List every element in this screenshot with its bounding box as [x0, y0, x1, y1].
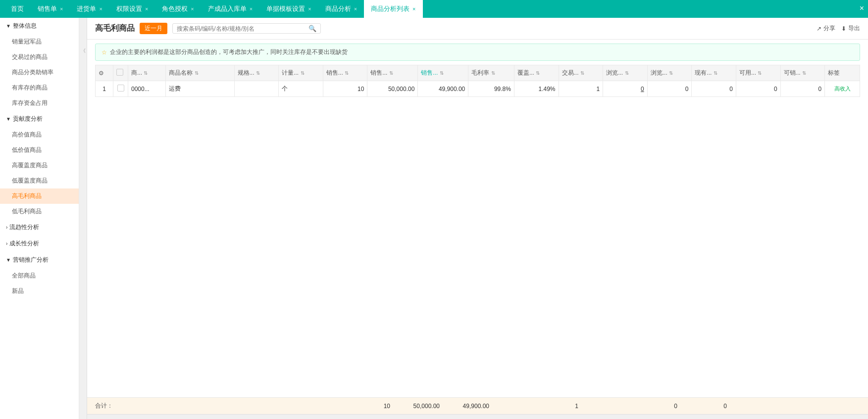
sidebar-group-overall[interactable]: ▼ 整体信息 [0, 18, 79, 34]
header-actions: ↗ 分享 ⬇ 导出 [817, 24, 860, 33]
sort-current-stock-icon[interactable]: ⇅ [714, 70, 717, 76]
table-row: 1 0000... 运费 [96, 81, 860, 97]
arrow-contribution: ▼ [6, 116, 11, 122]
sort-code-icon[interactable]: ⇅ [144, 70, 148, 76]
td-unit: 个 [279, 81, 323, 97]
export-icon: ⬇ [841, 25, 846, 32]
table-wrap: ⚙ 商... ⇅ 商品名称 ⇅ [87, 65, 868, 397]
sidebar-item-high-value[interactable]: 高价值商品 [0, 127, 79, 142]
nav-item-roles[interactable]: 角色授权 × [155, 0, 201, 18]
export-button[interactable]: ⬇ 导出 [841, 24, 860, 33]
nav-item-template[interactable]: 单据模板设置 × [259, 0, 318, 18]
sort-sale-qty-icon[interactable]: ⇅ [345, 70, 349, 76]
td-coverage: 1.49% [514, 81, 559, 97]
sidebar-group-marketing[interactable]: ▼ 营销推广分析 [0, 252, 79, 268]
close-analysis-list-tab[interactable]: × [412, 6, 415, 12]
nav-item-home[interactable]: 首页 [4, 0, 31, 18]
search-input[interactable] [177, 25, 308, 32]
td-browse2: 0 [647, 81, 692, 97]
sidebar-item-all-goods[interactable]: 全部商品 [0, 268, 79, 283]
nav-item-analysis[interactable]: 商品分析 × [318, 0, 364, 18]
th-sale-profit: 销售... ⇅ [418, 65, 468, 81]
arrow-marketing: ▼ [6, 257, 11, 263]
th-sellable: 可销... ⇅ [780, 65, 825, 81]
row-checkbox[interactable] [117, 85, 124, 92]
sidebar-group-contribution[interactable]: ▼ 贡献度分析 [0, 111, 79, 127]
sort-sale-profit-icon[interactable]: ⇅ [440, 70, 444, 76]
close-template-tab[interactable]: × [308, 6, 311, 12]
nav-item-permissions[interactable]: 权限设置 × [109, 0, 155, 18]
share-icon: ↗ [817, 25, 821, 32]
sidebar: ▼ 整体信息 销量冠军品 交易过的商品 商品分类助销率 有库存的商品 库存资金占… [0, 18, 79, 419]
sort-spec-icon[interactable]: ⇅ [256, 70, 260, 76]
th-unit: 计量... ⇅ [279, 65, 323, 81]
sort-sale-amount-icon[interactable]: ⇅ [389, 70, 393, 76]
close-sales-tab[interactable]: × [60, 6, 63, 12]
close-roles-tab[interactable]: × [191, 6, 194, 12]
sort-trade-icon[interactable]: ⇅ [580, 70, 584, 76]
sidebar-item-in-stock[interactable]: 有库存的商品 [0, 80, 79, 95]
sort-browse2-icon[interactable]: ⇅ [669, 70, 673, 76]
sidebar-group-growth[interactable]: › 成长性分析 [0, 235, 79, 252]
search-icon[interactable]: 🔍 [308, 25, 316, 32]
content-area: 高毛利商品 近一月 🔍 ↗ 分享 ⬇ 导出 ☆ 企业的主要的利润都是这部分商品创… [87, 18, 868, 419]
sidebar-group-trend[interactable]: › 流趋性分析 [0, 219, 79, 235]
hint-text: 企业的主要的利润都是这部分商品创造的，可考虑加大推广，同时关注库存是不要出现缺货 [110, 48, 348, 56]
footer-sale-qty: 10 [351, 403, 390, 410]
td-tag: 高收入 [825, 81, 860, 97]
th-name: 商品名称 ⇅ [166, 65, 234, 81]
sort-available-icon[interactable]: ⇅ [758, 70, 762, 76]
select-all-checkbox[interactable] [116, 69, 123, 76]
footer-sale-amount: 50,000.00 [400, 403, 440, 410]
arrow-overall: ▼ [6, 23, 11, 29]
nav-item-purchase[interactable]: 进货单 × [70, 0, 109, 18]
th-browse1: 浏览... ⇅ [603, 65, 648, 81]
settings-icon[interactable]: ⚙ [99, 70, 104, 77]
sidebar-item-sales-champion[interactable]: 销量冠军品 [0, 34, 79, 49]
td-gross-margin: 99.8% [468, 81, 514, 97]
th-spec: 规格... ⇅ [234, 65, 279, 81]
close-permissions-tab[interactable]: × [145, 6, 148, 12]
close-purchase-tab[interactable]: × [99, 6, 102, 12]
close-analysis-tab[interactable]: × [354, 6, 357, 12]
nav-item-production[interactable]: 产成品入库单 × [201, 0, 259, 18]
main-layout: ▼ 整体信息 销量冠军品 交易过的商品 商品分类助销率 有库存的商品 库存资金占… [0, 18, 868, 419]
table-footer: 合计： 10 50,000.00 49,900.00 1 0 0 [87, 397, 868, 414]
footer-available: 0 [687, 403, 727, 410]
sort-browse1-icon[interactable]: ⇅ [625, 70, 629, 76]
sidebar-item-high-margin[interactable]: 高毛利商品 [0, 188, 79, 204]
td-checkbox [113, 81, 128, 97]
th-sale-qty: 销售... ⇅ [323, 65, 367, 81]
share-button[interactable]: ↗ 分享 [817, 24, 835, 33]
sidebar-item-stock-capital[interactable]: 库存资金占用 [0, 95, 79, 111]
sidebar-item-traded-goods[interactable]: 交易过的商品 [0, 49, 79, 65]
close-production-tab[interactable]: × [250, 6, 253, 12]
nav-item-sales[interactable]: 销售单 × [31, 0, 70, 18]
filter-month-button[interactable]: 近一月 [140, 23, 167, 34]
sort-unit-icon[interactable]: ⇅ [301, 70, 305, 76]
hint-icon: ☆ [102, 49, 107, 56]
sidebar-item-new-goods[interactable]: 新品 [0, 283, 79, 299]
td-sale-profit: 49,900.00 [418, 81, 468, 97]
sidebar-item-low-margin[interactable]: 低毛利商品 [0, 204, 79, 219]
sidebar-item-high-coverage[interactable]: 高覆盖度商品 [0, 158, 79, 173]
data-table: ⚙ 商... ⇅ 商品名称 ⇅ [95, 65, 860, 97]
sidebar-collapse-button[interactable]: 《 [79, 18, 87, 419]
sort-name-icon[interactable]: ⇅ [195, 70, 199, 76]
footer-sale-profit: 49,900.00 [450, 403, 489, 410]
sidebar-item-category-assist[interactable]: 商品分类助销率 [0, 65, 79, 80]
nav-item-analysis-list[interactable]: 商品分析列表 × [364, 0, 422, 18]
arrow-trend: › [6, 225, 7, 230]
sort-coverage-icon[interactable]: ⇅ [536, 70, 540, 76]
td-code: 0000... [128, 81, 166, 97]
table-header-row: ⚙ 商... ⇅ 商品名称 ⇅ [96, 65, 860, 81]
horizontal-scrollbar[interactable] [87, 414, 868, 419]
td-sale-qty: 10 [323, 81, 367, 97]
sidebar-item-low-coverage[interactable]: 低覆盖度商品 [0, 173, 79, 188]
tag-badge: 高收入 [834, 86, 851, 92]
close-all-button[interactable]: × [860, 4, 864, 13]
sort-sellable-icon[interactable]: ⇅ [802, 70, 806, 76]
sidebar-item-low-value[interactable]: 低价值商品 [0, 142, 79, 158]
th-tag: 标签 [825, 65, 860, 81]
sort-gross-margin-icon[interactable]: ⇅ [491, 70, 495, 76]
